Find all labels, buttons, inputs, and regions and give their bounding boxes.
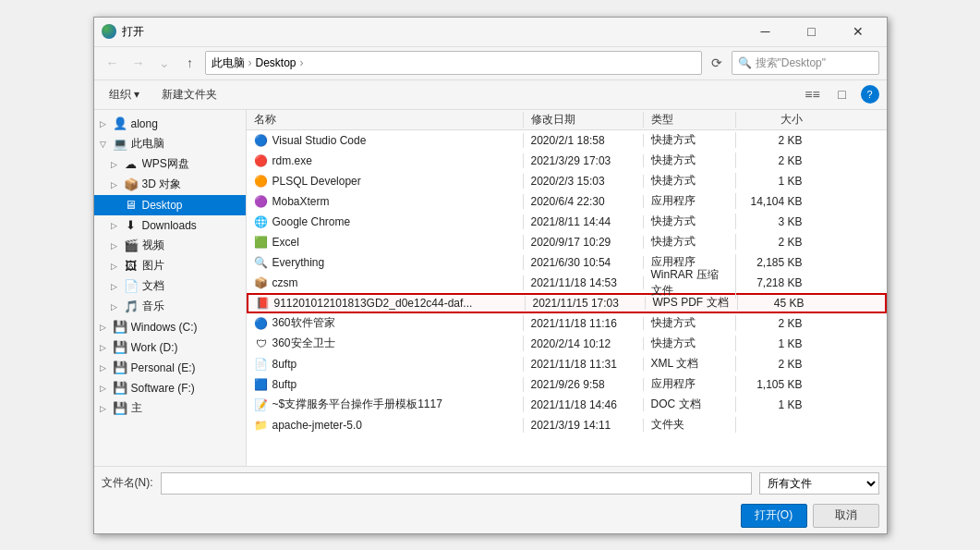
table-row[interactable]: 📕911201012101813GD2_d0e12c44-daf...2021/… (247, 293, 887, 313)
table-row[interactable]: 🟩Excel2020/9/17 10:29快捷方式2 KB (247, 232, 887, 252)
sidebar-item-drive_e[interactable]: ▷💾Personal (E:) (94, 358, 246, 378)
expand-icon[interactable]: ▷ (98, 404, 109, 413)
table-row[interactable]: 🟠PLSQL Developer2020/2/3 15:03快捷方式1 KB (247, 171, 887, 191)
action-bar: 组织 ▾ 新建文件夹 ≡≡ □ ? (94, 80, 887, 110)
dialog-title: 打开 (122, 24, 744, 40)
item-icon: 🖥 (124, 198, 139, 213)
expand-icon[interactable]: ▽ (98, 140, 109, 149)
file-type: 应用程序 (644, 193, 736, 209)
file-icon: 📦 (254, 275, 269, 290)
col-header-name[interactable]: 名称 (247, 112, 524, 128)
minimize-button[interactable]: ─ (744, 19, 787, 43)
file-size: 3 KB (736, 215, 810, 228)
table-row[interactable]: 🟦8uftp2021/9/26 9:58应用程序1,105 KB (247, 374, 887, 395)
expand-icon[interactable]: ▷ (109, 221, 120, 230)
sidebar-item-along[interactable]: ▷👤along (94, 114, 246, 134)
titlebar-buttons: ─ □ ✕ (744, 19, 879, 43)
file-date: 2021/3/29 17:03 (524, 154, 644, 167)
sidebar-item-label: Downloads (142, 219, 242, 232)
file-type: XML 文档 (644, 356, 736, 372)
file-date: 2020/2/14 10:12 (524, 337, 644, 350)
table-row[interactable]: 📄8uftp2021/11/18 11:31XML 文档2 KB (247, 354, 887, 374)
close-button[interactable]: ✕ (837, 19, 879, 43)
breadcrumb[interactable]: 此电脑 › Desktop › (205, 51, 702, 75)
up-button[interactable]: ↑ (179, 52, 201, 74)
sidebar-item-more[interactable]: ▷💾主 (94, 398, 246, 419)
file-icon: 📄 (254, 357, 269, 372)
organize-button[interactable]: 组织 ▾ (102, 83, 147, 105)
sidebar-item-pictures[interactable]: ▷🖼图片 (94, 256, 246, 276)
sidebar: ▷👤along▽💻此电脑▷☁WPS网盘▷📦3D 对象🖥Desktop▷⬇Down… (94, 110, 247, 466)
file-size: 7,218 KB (736, 276, 810, 289)
sidebar-item-music[interactable]: ▷🎵音乐 (94, 297, 246, 317)
file-size: 1,105 KB (736, 378, 810, 391)
preview-icon[interactable]: □ (831, 83, 853, 105)
file-name: Google Chrome (272, 215, 351, 228)
file-icon: 📁 (254, 418, 269, 433)
file-name: apache-jmeter-5.0 (272, 419, 362, 432)
expand-icon[interactable]: ▷ (98, 323, 109, 332)
table-row[interactable]: 🔵360软件管家2021/11/18 11:16快捷方式2 KB (247, 313, 887, 334)
recent-button[interactable]: ⌄ (153, 52, 175, 74)
search-bar[interactable]: 🔍 搜索"Desktop" (732, 51, 879, 75)
sidebar-item-3d[interactable]: ▷📦3D 对象 (94, 175, 246, 195)
view-icon[interactable]: ≡≡ (802, 83, 824, 105)
breadcrumb-desktop: Desktop (256, 56, 296, 69)
expand-icon[interactable]: ▷ (98, 363, 109, 373)
sidebar-item-computer[interactable]: ▽💻此电脑 (94, 134, 246, 154)
expand-icon[interactable]: ▷ (109, 160, 120, 169)
search-placeholder: 搜索"Desktop" (756, 55, 827, 71)
table-row[interactable]: 📝~$支撑服务平台操作手册模板11172021/11/18 14:46DOC 文… (247, 395, 887, 415)
sidebar-item-label: 主 (131, 400, 242, 416)
file-date: 2021/3/19 14:11 (524, 419, 644, 432)
expand-icon[interactable]: ▷ (98, 384, 109, 393)
sidebar-item-drive_f[interactable]: ▷💾Software (F:) (94, 378, 246, 398)
sidebar-item-drive_d[interactable]: ▷💾Work (D:) (94, 337, 246, 358)
table-row[interactable]: 🔍Everything2021/6/30 10:54应用程序2,185 KB (247, 252, 887, 273)
sidebar-item-video[interactable]: ▷🎬视频 (94, 236, 246, 256)
expand-icon[interactable]: ▷ (98, 343, 109, 352)
new-folder-button[interactable]: 新建文件夹 (154, 83, 224, 105)
expand-icon[interactable]: ▷ (109, 180, 120, 189)
expand-icon[interactable]: ▷ (109, 282, 120, 291)
sidebar-item-wps[interactable]: ▷☁WPS网盘 (94, 154, 246, 175)
expand-icon[interactable]: ▷ (109, 302, 120, 312)
file-name: 8uftp (272, 358, 297, 371)
item-icon: ⬇ (124, 218, 139, 233)
table-row[interactable]: 📦czsm2021/11/18 14:53WinRAR 压缩文件7,218 KB (247, 273, 887, 293)
expand-icon[interactable]: ▷ (109, 262, 120, 271)
file-size: 2 KB (736, 154, 810, 167)
cancel-button[interactable]: 取消 (813, 504, 879, 528)
expand-icon[interactable]: ▷ (109, 241, 120, 251)
file-icon: 🟩 (254, 235, 269, 250)
sidebar-item-desktop[interactable]: 🖥Desktop (94, 195, 246, 215)
filetype-select[interactable]: 所有文件 (759, 472, 879, 495)
file-size: 1 KB (736, 337, 810, 350)
table-row[interactable]: 🔵Visual Studio Code2020/2/1 18:58快捷方式2 K… (247, 130, 887, 151)
maximize-button[interactable]: □ (791, 19, 833, 43)
help-icon[interactable]: ? (861, 85, 879, 104)
file-name: czsm (272, 276, 298, 289)
table-row[interactable]: 🟣MobaXterm2020/6/4 22:30应用程序14,104 KB (247, 191, 887, 212)
table-row[interactable]: 🔴rdm.exe2021/3/29 17:03快捷方式2 KB (247, 151, 887, 171)
sidebar-item-docs[interactable]: ▷📄文档 (94, 276, 246, 297)
back-button[interactable]: ← (102, 52, 124, 74)
sidebar-item-drive_c[interactable]: ▷💾Windows (C:) (94, 317, 246, 337)
refresh-button[interactable]: ⟳ (706, 52, 728, 74)
expand-icon[interactable]: ▷ (98, 119, 109, 128)
col-header-size[interactable]: 大小 (736, 112, 810, 128)
search-icon: 🔍 (738, 56, 752, 69)
file-name: MobaXterm (272, 195, 330, 208)
col-header-date[interactable]: 修改日期 (524, 112, 644, 128)
table-row[interactable]: 🌐Google Chrome2021/8/11 14:44快捷方式3 KB (247, 212, 887, 232)
col-header-type[interactable]: 类型 (644, 112, 736, 128)
open-button[interactable]: 打开(O) (741, 504, 807, 528)
table-row[interactable]: 📁apache-jmeter-5.02021/3/19 14:11文件夹 (247, 415, 887, 435)
table-row[interactable]: 🛡360安全卫士2020/2/14 10:12快捷方式1 KB (247, 334, 887, 354)
file-date: 2021/11/18 14:53 (524, 276, 644, 289)
file-date: 2021/11/18 11:31 (524, 358, 644, 371)
file-icon: 🟦 (254, 377, 269, 392)
forward-button[interactable]: → (127, 52, 150, 74)
sidebar-item-downloads[interactable]: ▷⬇Downloads (94, 215, 246, 236)
filename-input[interactable] (161, 472, 752, 495)
